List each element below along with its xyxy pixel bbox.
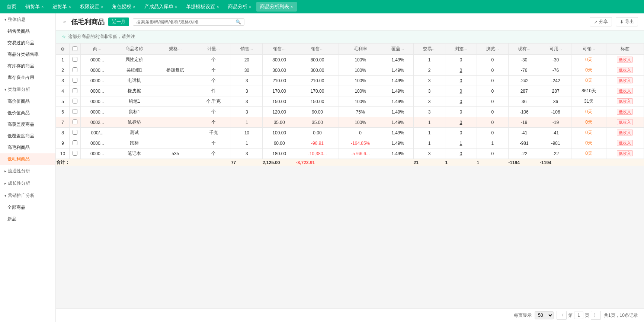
- row-checkbox[interactable]: [73, 140, 77, 145]
- row-unit: 个: [196, 107, 231, 117]
- row-check[interactable]: [70, 96, 81, 107]
- row-sale-qty: 30: [231, 65, 263, 76]
- nav-home[interactable]: 首页: [3, 2, 20, 12]
- row-checkbox[interactable]: [73, 78, 77, 83]
- sidebar-group-marketing[interactable]: ▾ 营销推广分析: [0, 189, 55, 202]
- row-sale-qty: 10: [231, 128, 263, 138]
- nav-product-entry-close[interactable]: ×: [175, 4, 177, 9]
- prev-page-btn[interactable]: 〈: [557, 311, 567, 320]
- row-gross-rate: 100%: [339, 86, 382, 96]
- page-number[interactable]: 1: [574, 312, 583, 319]
- share-btn[interactable]: ↗ 分享: [590, 17, 612, 26]
- row-check[interactable]: [70, 55, 81, 65]
- row-checkbox[interactable]: [73, 109, 77, 114]
- sidebar-item-traded-goods[interactable]: 交易过的商品: [0, 37, 55, 49]
- sidebar-collapse-btn[interactable]: «: [62, 18, 67, 26]
- col-header-check[interactable]: [70, 44, 81, 55]
- row-sale-amount: 0.00: [296, 128, 339, 138]
- row-unit: 个: [196, 76, 231, 86]
- nav-role-close[interactable]: ×: [133, 4, 135, 9]
- next-page-btn[interactable]: 〉: [591, 311, 601, 320]
- row-sale-price: 150.00: [263, 96, 296, 107]
- sidebar-item-all-goods[interactable]: 全部商品: [0, 202, 55, 213]
- nav-product-entry[interactable]: 产成品入库单×: [141, 2, 181, 12]
- row-check[interactable]: [70, 149, 81, 159]
- row-checkbox[interactable]: [73, 130, 77, 135]
- per-page-select[interactable]: 50 100 200: [535, 311, 554, 319]
- row-browse1[interactable]: 0: [445, 86, 477, 96]
- sidebar-item-low-margin[interactable]: 低毛利商品: [0, 153, 55, 165]
- row-browse1[interactable]: 0: [445, 107, 477, 117]
- table-row: 5 0000... 铅笔1 个,千克 3 150.00 150.00 100% …: [56, 96, 644, 107]
- nav-template[interactable]: 单据模板设置×: [182, 2, 222, 12]
- row-browse2: 0: [477, 107, 508, 117]
- search-box: 🔍: [133, 18, 244, 26]
- nav-goods-list-close[interactable]: ×: [291, 4, 293, 9]
- row-coverage: 1.49%: [382, 128, 414, 138]
- row-current-stock: -981: [508, 138, 540, 149]
- row-checkbox[interactable]: [73, 57, 77, 62]
- row-checkbox[interactable]: [73, 88, 77, 93]
- nav-template-close[interactable]: ×: [217, 4, 219, 9]
- nav-permission-close[interactable]: ×: [101, 4, 103, 9]
- row-no: 6: [56, 107, 70, 117]
- row-checkbox[interactable]: [73, 67, 77, 72]
- nav-goods-analysis-list[interactable]: 商品分析列表×: [256, 2, 297, 12]
- sidebar-group-overview[interactable]: ▾ 整体信息: [0, 13, 55, 26]
- sidebar-item-high-value[interactable]: 高价值商品: [0, 96, 55, 107]
- total-browse1: 1: [445, 159, 477, 166]
- nav-goods-analysis[interactable]: 商品分析×: [224, 2, 255, 12]
- export-btn[interactable]: ⬇ 导出: [616, 17, 638, 26]
- row-browse1[interactable]: 0: [445, 149, 477, 159]
- sidebar-item-high-margin[interactable]: 高毛利商品: [0, 142, 55, 153]
- row-check[interactable]: [70, 117, 81, 128]
- search-input[interactable]: [136, 19, 236, 25]
- row-check[interactable]: [70, 107, 81, 117]
- sidebar-item-low-coverage[interactable]: 低覆盖度商品: [0, 130, 55, 142]
- row-browse1[interactable]: 0: [445, 128, 477, 138]
- row-checkbox[interactable]: [73, 99, 77, 103]
- row-check[interactable]: [70, 86, 81, 96]
- nav-permission[interactable]: 权限设置×: [76, 2, 107, 12]
- row-check[interactable]: [70, 65, 81, 76]
- nav-goods-analysis-close[interactable]: ×: [249, 4, 251, 9]
- nav-sales-close[interactable]: ×: [41, 4, 44, 9]
- row-sale-amount: 90.00: [296, 107, 339, 117]
- row-check[interactable]: [70, 76, 81, 86]
- row-browse1[interactable]: 0: [445, 55, 477, 65]
- row-check[interactable]: [70, 128, 81, 138]
- sidebar-item-category-sales-rate[interactable]: 商品分类销售率: [0, 49, 55, 60]
- row-browse2: 1: [477, 138, 508, 149]
- nav-purchase[interactable]: 进货单×: [49, 2, 74, 12]
- sidebar-group-growth[interactable]: ▸ 成长性分析: [0, 177, 55, 189]
- row-checkbox[interactable]: [73, 151, 77, 156]
- row-sale-price: 35.00: [263, 117, 296, 128]
- sidebar-group-liquidity[interactable]: ▸ 流通性分析: [0, 165, 55, 177]
- row-sale-qty: 20: [231, 55, 263, 65]
- row-code: 0000...: [81, 76, 114, 86]
- row-sale-qty: 1: [231, 117, 263, 128]
- row-browse1[interactable]: 0: [445, 117, 477, 128]
- row-browse1[interactable]: 0: [445, 96, 477, 107]
- content-area: « 低毛利商品 近一月 🔍 ↗ 分享 ⬇ 导出 ☆ 这部分商品的利润非常低，: [56, 13, 644, 322]
- sidebar-item-sales-goods[interactable]: 销售类商品: [0, 26, 55, 37]
- col-header-settings[interactable]: ⚙: [56, 44, 70, 55]
- row-browse1[interactable]: 0: [445, 76, 477, 86]
- row-browse1[interactable]: 0: [445, 65, 477, 76]
- filter-recent-month-btn[interactable]: 近一月: [108, 17, 129, 26]
- sidebar-item-low-value[interactable]: 低价值商品: [0, 107, 55, 119]
- nav-purchase-close[interactable]: ×: [68, 4, 71, 9]
- select-all-checkbox[interactable]: [73, 46, 77, 51]
- nav-role[interactable]: 角色授权×: [108, 2, 139, 12]
- sidebar-item-new-goods[interactable]: 新品: [0, 213, 55, 225]
- row-sale-amount: 210.00: [296, 76, 339, 86]
- row-browse1[interactable]: 1: [445, 138, 477, 149]
- row-checkbox[interactable]: [73, 119, 77, 124]
- sidebar-group-cluster[interactable]: ▾ 类群量分析: [0, 83, 55, 96]
- sidebar-item-stock-capital[interactable]: 库存资金占用: [0, 72, 55, 83]
- row-check[interactable]: [70, 138, 81, 149]
- sidebar-item-high-coverage[interactable]: 高覆盖度商品: [0, 119, 55, 130]
- sidebar-item-stocked-goods[interactable]: 有库存的商品: [0, 60, 55, 72]
- nav-sales[interactable]: 销货单×: [22, 2, 47, 12]
- search-icon[interactable]: 🔍: [236, 19, 241, 25]
